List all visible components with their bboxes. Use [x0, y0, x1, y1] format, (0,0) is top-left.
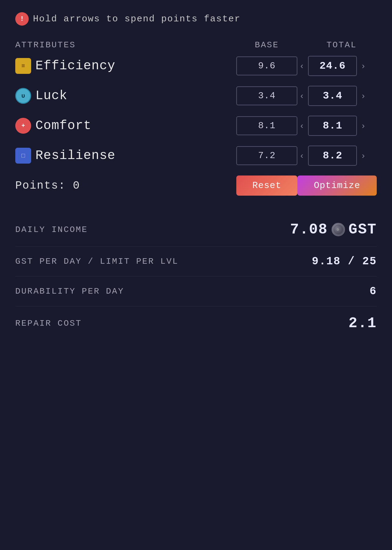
gst-coin-icon: ⚙: [332, 223, 345, 236]
resiliense-total-control: ‹ 8.2 ›: [297, 146, 377, 166]
durability-per-day-label: DURABILITY PER DAY: [15, 287, 124, 296]
stat-row-repair-cost: REPAIR COST 2.1: [15, 306, 377, 340]
luck-total-value: 3.4: [308, 86, 357, 106]
comfort-label: Comfort: [35, 118, 91, 133]
luck-icon: υ: [15, 88, 31, 104]
durability-per-day-value-group: 6: [369, 285, 377, 298]
luck-increment-button[interactable]: ›: [359, 89, 368, 103]
gst-per-day-value: 9.18 / 25: [312, 255, 377, 268]
attribute-row-resiliense: □ Resiliense 7.2 ‹ 8.2 ›: [15, 146, 377, 166]
efficiency-decrement-button[interactable]: ‹: [297, 59, 306, 73]
efficiency-base-value: 9.6: [236, 56, 297, 75]
luck-base-value: 3.4: [236, 86, 297, 105]
efficiency-label: Efficiency: [35, 59, 115, 73]
col-attributes: ATTRIBUTES: [15, 40, 236, 50]
resiliense-base-value: 7.2: [236, 146, 297, 165]
comfort-icon: +: [15, 118, 31, 134]
hint-row: ! Hold arrows to spend points faster: [15, 12, 377, 26]
gst-per-day-label: GST PER DAY / LIMIT PER LVL: [15, 257, 179, 266]
attribute-row-luck: υ Luck 3.4 ‹ 3.4 ›: [15, 86, 377, 106]
daily-income-value: 7.08: [290, 221, 328, 238]
comfort-base-value: 8.1: [236, 116, 297, 135]
comfort-increment-button[interactable]: ›: [359, 118, 368, 133]
luck-total-control: ‹ 3.4 ›: [297, 86, 377, 106]
repair-cost-label: REPAIR COST: [15, 319, 82, 328]
attr-name-efficiency: ≡ Efficiency: [15, 58, 236, 74]
stat-row-gst-per-day: GST PER DAY / LIMIT PER LVL 9.18 / 25: [15, 247, 377, 277]
attributes-container: ≡ Efficiency 9.6 ‹ 24.6 › υ Luck 3.4 ‹ 3…: [15, 56, 377, 166]
optimize-button[interactable]: Optimize: [297, 175, 377, 196]
efficiency-icon: ≡: [15, 58, 31, 74]
attr-name-resiliense: □ Resiliense: [15, 148, 236, 164]
attr-name-comfort: + Comfort: [15, 118, 236, 134]
comfort-total-control: ‹ 8.1 ›: [297, 116, 377, 136]
gst-per-day-value-group: 9.18 / 25: [312, 255, 377, 268]
daily-income-suffix: GST: [349, 221, 377, 238]
points-row: Points: 0 Reset Optimize: [15, 175, 377, 196]
column-headers: ATTRIBUTES BASE TOTAL: [15, 40, 377, 50]
stats-container: DAILY INCOME 7.08 ⚙ GST GST PER DAY / LI…: [15, 213, 377, 340]
comfort-decrement-button[interactable]: ‹: [297, 118, 306, 133]
attr-name-luck: υ Luck: [15, 88, 236, 104]
efficiency-increment-button[interactable]: ›: [359, 59, 368, 73]
daily-income-label: DAILY INCOME: [15, 225, 88, 234]
luck-decrement-button[interactable]: ‹: [297, 89, 306, 103]
stat-row-durability-per-day: DURABILITY PER DAY 6: [15, 277, 377, 306]
stat-row-daily-income: DAILY INCOME 7.08 ⚙ GST: [15, 213, 377, 247]
repair-cost-value: 2.1: [349, 315, 377, 331]
resiliense-total-value: 8.2: [308, 146, 357, 166]
resiliense-label: Resiliense: [35, 148, 115, 163]
luck-label: Luck: [35, 89, 67, 103]
reset-button[interactable]: Reset: [236, 175, 297, 196]
resiliense-icon: □: [15, 148, 31, 164]
attribute-row-efficiency: ≡ Efficiency 9.6 ‹ 24.6 ›: [15, 56, 377, 76]
attribute-row-comfort: + Comfort 8.1 ‹ 8.1 ›: [15, 116, 377, 136]
efficiency-total-control: ‹ 24.6 ›: [297, 56, 377, 76]
col-base: BASE: [236, 40, 297, 50]
col-total: TOTAL: [297, 40, 377, 50]
hint-icon: !: [15, 12, 29, 26]
efficiency-total-value: 24.6: [308, 56, 357, 76]
hint-text: Hold arrows to spend points faster: [33, 14, 241, 24]
resiliense-increment-button[interactable]: ›: [359, 148, 368, 163]
points-label: Points: 0: [15, 179, 236, 192]
repair-cost-value-group: 2.1: [349, 315, 377, 331]
daily-income-value-group: 7.08 ⚙ GST: [290, 221, 377, 238]
comfort-total-value: 8.1: [308, 116, 357, 136]
resiliense-decrement-button[interactable]: ‹: [297, 148, 306, 163]
durability-per-day-value: 6: [369, 285, 377, 298]
